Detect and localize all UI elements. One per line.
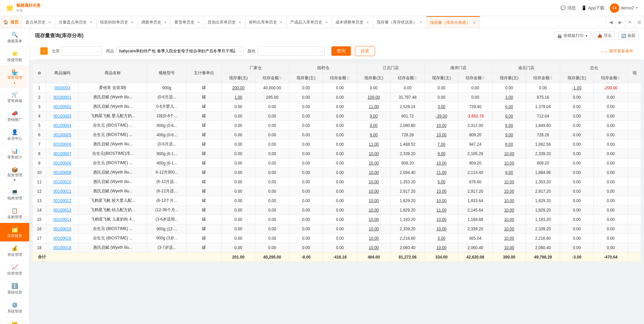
color-label: 颜色 (248, 48, 256, 54)
refresh-btn[interactable]: 🔄 刷新 (618, 32, 639, 40)
purchase-icon: 📋 (11, 207, 18, 214)
tab-fpdd-close[interactable]: ✕ (89, 20, 93, 25)
th-cj-qty: 现存量(主) (222, 73, 255, 83)
tab-xcl-kszk-close[interactable]: ✕ (419, 20, 423, 25)
sidebar-item-purchase[interactable]: 📋 采购管理 (0, 204, 29, 223)
top-bar: 🌟 畅捷通好生意 标版 💬 消息 📱 App下载 Ea demo2 ▼ (0, 0, 644, 16)
query-btn[interactable]: 查询 (331, 46, 351, 56)
expand-btn[interactable]: › (40, 47, 48, 55)
tab-expand-btn[interactable]: ⊞ (635, 16, 644, 28)
export-btn[interactable]: 📤 导出 (594, 32, 615, 40)
goods-input[interactable] (116, 46, 244, 56)
app-download-btn[interactable]: 📱 App下载 (581, 5, 604, 11)
sidebar-item-wholesale[interactable]: 📦 批发管理 ▼ (0, 163, 29, 185)
sidebar-item-quicknav[interactable]: ⭐ 快捷导航 (0, 47, 29, 66)
settings-icon2[interactable]: ⚙ (38, 71, 41, 76)
sidebar-member-label: 会员中心 (7, 136, 22, 141)
tab-cbtz-history[interactable]: 成本调整单历史 ✕ (332, 16, 373, 28)
warehouse-label: 仓库 (52, 48, 60, 54)
tab-cprk-close[interactable]: ✕ (324, 20, 328, 25)
table-row: 1400100013飞鹤星飞帆 幼儿配方奶...(12-36个月...罐0.00… (33, 205, 641, 215)
tab-xcl-ksfb[interactable]: 现存量（库存分布表） ✕ (427, 16, 480, 28)
sidebar-item-finance[interactable]: 💰 资金管理 (0, 242, 29, 261)
tab-clck-close[interactable]: ✕ (279, 20, 283, 25)
goods-label: 商品 (106, 48, 114, 54)
table-row: 200100001惠氏启赋 (Wyeth illu...(0-6月适...罐1.… (33, 93, 641, 102)
info-circle-icon: ℹ️ (11, 283, 18, 289)
tab-pdd-close[interactable]: ✕ (48, 20, 52, 25)
tab-prev-btn[interactable]: ◀ (606, 16, 616, 28)
tab-xcl-ksfb-close[interactable]: ✕ (472, 20, 476, 25)
main-layout: 🔍 搜索英单 ⭐ 快捷导航 🏪 零售管理 ▲ 🛒 零售商城 📣 营销推广 👤 会… (0, 28, 644, 324)
tab-cbtz-close[interactable]: ✕ (366, 20, 370, 25)
sidebar-item-system[interactable]: ⚙️ 系统管理 (0, 298, 29, 317)
chevron-down-icon2: ▼ (13, 178, 16, 182)
tab-next-btn[interactable]: ▶ (616, 16, 625, 28)
tab-cprk-history[interactable]: 产成品入库单历史 ✕ (287, 16, 332, 28)
warehouse-field: 仓库 ··· (52, 46, 102, 56)
tab-fpdd-history[interactable]: 分量盘点单历史 ✕ (55, 16, 97, 28)
table-row: 1200100011惠氏启赋 (Wyeth illu...(6-12月适...罐… (33, 187, 641, 196)
tab-close-all-btn[interactable]: ✕ (625, 16, 635, 28)
sidebar-item-retail-mall[interactable]: 🛒 零售商城 (0, 88, 29, 107)
sidebar-item-member[interactable]: 👤 会员中心 (0, 126, 29, 144)
logo-icon: 🌟 (5, 4, 14, 12)
tab-db-history[interactable]: 调拨单历史 ✕ (138, 16, 171, 28)
tab-zzcc-history[interactable]: 组装拆卸单历史 ✕ (97, 16, 138, 28)
tab-pdd-history[interactable]: 盘点单历史 ✕ (22, 16, 55, 28)
table-container[interactable]: ⚙ 商品编码 商品名称 规格型号 主计量单位 厂家仓 陌村仓 江北门店 南岸门店… (30, 60, 644, 324)
sidebar-wholesale-label: 批发管理 (7, 173, 22, 177)
sidebar-item-retail-mgmt[interactable]: 🏪 零售管理 ▲ (0, 66, 29, 88)
sidebar-inventory-label: 库存核算 (7, 234, 22, 238)
page-header: 现存量查询(库存分布) 🖨️ 按模板打印 ▼ 📤 导出 🔄 刷新 (30, 28, 644, 60)
tab-qtck-history[interactable]: 其他出库单历史 ✕ (204, 16, 246, 28)
th-yb-qty: 现存量(主) (492, 73, 526, 83)
goods-field: 商品 ··· (106, 46, 244, 56)
th-jiangbei: 江北门店 (357, 63, 425, 73)
tab-db-label: 调拨单历史 (141, 19, 161, 25)
table-row: 1500100014飞鹤星飞帆 儿童奶粉 4...(3-6岁适用...罐0.00… (33, 215, 641, 224)
sidebar-item-inventory[interactable]: 🗂️ 库存核算 (0, 223, 29, 242)
tab-yh-history[interactable]: 要货单历史 ✕ (171, 16, 204, 28)
tab-xcl-kszk[interactable]: 现存量（库存状况表） ✕ (373, 16, 427, 28)
sidebar-item-retail-stats[interactable]: 📊 零售统计 (0, 144, 29, 163)
sidebar-finance-label: 资金管理 (7, 252, 22, 257)
th-jb-qty: 现存量(主) (357, 73, 390, 83)
sidebar-item-collab[interactable]: 🤝 企业协同 (0, 317, 29, 324)
table-row: 700100006惠氏启赋 (Wyeth illu...(0-6月适...罐0.… (33, 140, 641, 149)
sidebar-item-operations[interactable]: 📈 经营管理 (0, 261, 29, 279)
tab-qtck-close[interactable]: ✕ (238, 20, 242, 25)
export-label: 导出 (604, 33, 612, 39)
tab-db-close[interactable]: ✕ (163, 20, 167, 25)
message-btn[interactable]: 💬 消息 (560, 5, 576, 11)
color-dots-btn[interactable]: ··· (319, 49, 323, 53)
sidebar-item-search[interactable]: 🔍 搜索英单 (0, 28, 29, 47)
print-btn[interactable]: 🖨️ 按模板打印 ▼ (554, 32, 591, 40)
tab-yh-close[interactable]: ✕ (197, 20, 201, 25)
member-icon: 👤 (11, 129, 18, 135)
sidebar-item-ecommerce[interactable]: 💻 电商管理 (0, 185, 29, 204)
sidebar-item-basic-info[interactable]: ℹ️ 基础信息 (0, 279, 29, 298)
settings-btn[interactable]: 设置 (355, 46, 375, 56)
sidebar-item-marketing[interactable]: 📣 营销推广 (0, 107, 29, 126)
stats-icon: 📊 (11, 148, 18, 154)
tab-home[interactable]: 🏠 首页 (0, 16, 22, 28)
goods-dots-btn[interactable]: ··· (238, 49, 242, 53)
tab-nav-buttons: ◀ ▶ ✕ ⊞ (606, 16, 644, 28)
user-area[interactable]: Ea demo2 ▼ (610, 3, 639, 13)
warehouse-dots-btn[interactable]: ··· (97, 49, 101, 53)
gear-icon: ⚙️ (11, 302, 18, 308)
tab-zzcc-label: 组装拆卸单历史 (100, 19, 128, 25)
tab-zzcc-close[interactable]: ✕ (130, 20, 134, 25)
tab-clck-label: 材料出库单历史 (249, 19, 277, 25)
th-settings[interactable]: ⚙ (33, 63, 46, 83)
tab-clck-history[interactable]: 材料出库单历史 ✕ (246, 16, 287, 28)
warehouse-input[interactable] (62, 46, 102, 56)
table-row: 300100002惠氏启赋 (Wyeth illu...0-6月婴儿...罐0.… (33, 102, 641, 111)
table-row: 1100100010惠氏启赋 (Wyeth illu...(6-12月适...罐… (33, 177, 641, 187)
color-input[interactable] (258, 46, 325, 56)
warehouse-input-wrapper: ··· (62, 46, 102, 56)
goods-input-wrapper: ··· (116, 46, 244, 56)
page-actions: 🖨️ 按模板打印 ▼ 📤 导出 🔄 刷新 (554, 32, 639, 43)
expand-conditions-btn[interactable]: ⌄⌄ 展开更多条件 (601, 48, 633, 54)
